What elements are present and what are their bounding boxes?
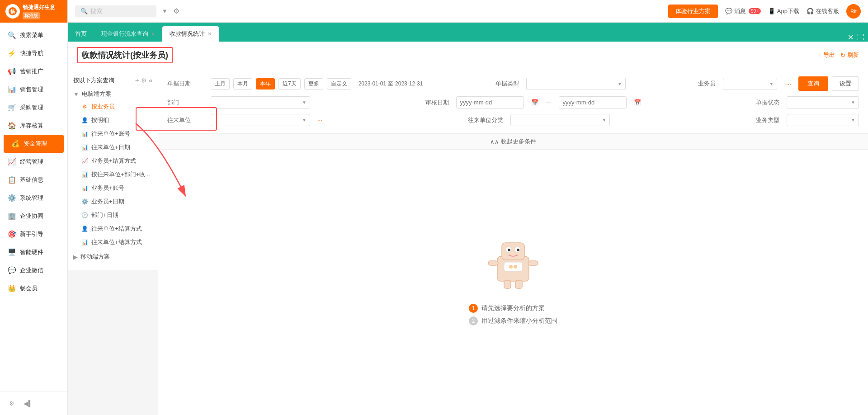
salesperson-select-wrapper: [723, 78, 777, 90]
sidebar-item-inventory[interactable]: 🏠 库存核算: [0, 117, 67, 135]
mobile-group-collapse-icon: ▶: [73, 254, 78, 260]
topbar-search-box[interactable]: 🔍 搜索: [75, 5, 156, 17]
sidebar-label-system: 系统管理: [20, 194, 43, 202]
marketing-icon: 📢: [7, 67, 16, 76]
page-content: 收款情况统计(按业务员) ↑ 导出 ↻ 刷新 按以下方案查询: [68, 42, 868, 415]
sidebar-item-sales[interactable]: 📊 销售管理: [0, 80, 67, 99]
partner-select-wrapper: [211, 114, 310, 126]
sidebar-item-basic-info[interactable]: 📋 基础信息: [0, 171, 67, 189]
scheme-collapse-icon[interactable]: «: [149, 77, 152, 84]
tabs-close-all-icon[interactable]: ✕: [848, 33, 854, 42]
sidebar-item-enterprise[interactable]: 🏢 企业协同: [0, 207, 67, 225]
sidebar-item-operations[interactable]: 📈 经营管理: [0, 153, 67, 171]
sidebar-item-hardware[interactable]: 🖥️ 智能硬件: [0, 243, 67, 261]
scheme-item-salesperson-date[interactable]: ⚙️ 业务员+日期: [68, 195, 158, 208]
date-btn-more[interactable]: 更多: [304, 78, 323, 90]
sidebar-label-search: 搜索菜单: [20, 31, 43, 39]
sidebar-label-inventory: 库存核算: [20, 122, 43, 130]
logo-text: 畅捷通好生意: [23, 4, 55, 11]
scheme-item-detail[interactable]: 👤 按明细: [68, 113, 158, 127]
group-collapse-icon: ▼: [73, 91, 79, 98]
date-btn-this-month[interactable]: 本月: [233, 78, 252, 90]
salesperson-select[interactable]: [723, 78, 777, 90]
add-scheme-button[interactable]: +: [135, 76, 139, 85]
review-date-to-input[interactable]: [559, 96, 627, 108]
date-btn-custom[interactable]: 自定义: [327, 78, 351, 90]
partner-category-select[interactable]: [510, 114, 610, 126]
scheme-item-salesperson-payment[interactable]: 📈 业务员+结算方式: [68, 154, 158, 168]
message-action[interactable]: 💬 消息 99+: [725, 7, 761, 15]
topbar-gear-icon[interactable]: ⚙: [173, 7, 179, 15]
tab-home[interactable]: 首页: [68, 26, 94, 42]
tab-bank-flow[interactable]: 现金银行流水查询 ✕: [94, 26, 162, 42]
date-btn-last-month[interactable]: 上月: [211, 78, 230, 90]
date-btn-7days[interactable]: 近7天: [278, 78, 301, 90]
scheme-item-partner-account[interactable]: 📊 往来单位+账号: [68, 127, 158, 141]
scheme-settings-icon[interactable]: ⚙: [141, 77, 147, 84]
settings-bottom-icon[interactable]: ⚙: [5, 397, 18, 410]
app-download-action[interactable]: 📱 App下载: [768, 7, 799, 15]
sidebar-item-finance[interactable]: 💰 资金管理: [4, 135, 64, 153]
empty-illustration: [481, 236, 545, 295]
salesperson-more-icon[interactable]: ···: [786, 80, 791, 87]
sidebar-item-marketing[interactable]: 📢 营销推广: [0, 62, 67, 80]
sidebar-item-member[interactable]: 👑 畅会员: [0, 279, 67, 297]
filter-row-3: 往来单位 ··· 往来单位分类 业务类型: [167, 114, 859, 126]
sales-icon: 📊: [7, 85, 16, 94]
tab-bank-flow-close[interactable]: ✕: [151, 31, 155, 37]
scheme-group-desktop: ▼ 电脑端方案 ⚙ 按业务员 👤 按明细 📊: [68, 88, 158, 249]
scheme-item-partner-dept[interactable]: 📊 按往来单位+部门+收...: [68, 168, 158, 181]
sidebar-item-wechat[interactable]: 💬 企业微信: [0, 261, 67, 279]
partner-more-icon[interactable]: ···: [317, 117, 322, 123]
sidebar-item-search[interactable]: 🔍 搜索菜单: [0, 26, 67, 44]
date-btn-this-year[interactable]: 本年: [256, 78, 275, 90]
review-date-from-input[interactable]: [456, 96, 524, 108]
sidebar-item-quicknav[interactable]: ⚡ 快捷导航: [0, 44, 67, 62]
partner-payment1-icon: 👤: [80, 225, 89, 233]
tab-receipt-stat[interactable]: 收款情况统计 ✕: [162, 26, 219, 42]
svg-text:畅: 畅: [10, 9, 15, 14]
mobile-group-title[interactable]: ▶ 移动端方案: [68, 251, 158, 263]
doc-status-select-wrapper: [787, 96, 859, 108]
query-button[interactable]: 查询: [798, 76, 828, 91]
online-service-action[interactable]: 🎧 在线客服: [807, 7, 839, 15]
business-type-select[interactable]: [787, 114, 859, 126]
step-1-num: 1: [469, 304, 478, 313]
sidebar-item-system[interactable]: ⚙️ 系统管理: [0, 189, 67, 207]
sidebar-item-guide[interactable]: 🎯 新手引导: [0, 225, 67, 243]
left-panel: 按以下方案查询 + ⚙ « ▼ 电脑端方案: [68, 69, 158, 270]
svg-rect-14: [504, 280, 511, 288]
content-area: 按以下方案查询 + ⚙ « ▼ 电脑端方案: [68, 69, 868, 415]
dept-select[interactable]: [211, 96, 310, 108]
export-button[interactable]: ↑ 导出: [819, 51, 835, 59]
topbar-dropdown-icon[interactable]: ▼: [162, 8, 168, 14]
doc-type-select[interactable]: [526, 78, 626, 90]
quick-nav-icon: ⚡: [7, 49, 16, 58]
calendar-icon-from[interactable]: 📅: [531, 99, 538, 106]
sidebar-bottom: ⚙ ◀▌: [0, 391, 67, 415]
scheme-item-partner-payment1[interactable]: 👤 往来单位+结算方式: [68, 222, 158, 236]
detail-icon: 👤: [80, 116, 89, 124]
tab-receipt-stat-close[interactable]: ✕: [208, 31, 212, 37]
scheme-item-dept-date[interactable]: 🕐 部门+日期: [68, 208, 158, 222]
partner-label: 往来单位: [167, 116, 203, 124]
sidebar-item-purchase[interactable]: 🛒 采购管理: [0, 99, 67, 117]
tabs-bar: 首页 现金银行流水查询 ✕ 收款情况统计 ✕ ✕ ⛶: [68, 23, 868, 42]
user-avatar[interactable]: Rit: [846, 4, 861, 19]
scheme-item-salesperson[interactable]: ⚙ 按业务员: [68, 100, 158, 113]
partner-select[interactable]: [211, 114, 310, 126]
scheme-item-salesperson-account[interactable]: 📊 业务员+账号: [68, 181, 158, 195]
empty-step-2: 2 用过滤条件来缩小分析范围: [469, 316, 557, 325]
scheme-item-partner-date[interactable]: 📊 往来单位+日期: [68, 141, 158, 154]
scheme-item-partner-payment2[interactable]: 📊 往来单位+结算方式: [68, 236, 158, 249]
desktop-group-title[interactable]: ▼ 电脑端方案: [68, 88, 158, 100]
collapse-sidebar-icon[interactable]: ◀▌: [22, 397, 34, 410]
calendar-icon-to[interactable]: 📅: [634, 99, 641, 106]
empty-state: 1 请先选择要分析的方案 2 用过滤条件来缩小分析范围: [158, 150, 868, 415]
tabs-maximize-icon[interactable]: ⛶: [857, 33, 864, 42]
doc-status-select[interactable]: [787, 96, 859, 108]
industry-solution-button[interactable]: 体验行业方案: [668, 5, 718, 18]
refresh-button[interactable]: ↻ 刷新: [840, 51, 859, 59]
collapse-button[interactable]: ∧∧ 收起更多条件: [490, 137, 536, 146]
set-button[interactable]: 设置: [832, 76, 859, 91]
